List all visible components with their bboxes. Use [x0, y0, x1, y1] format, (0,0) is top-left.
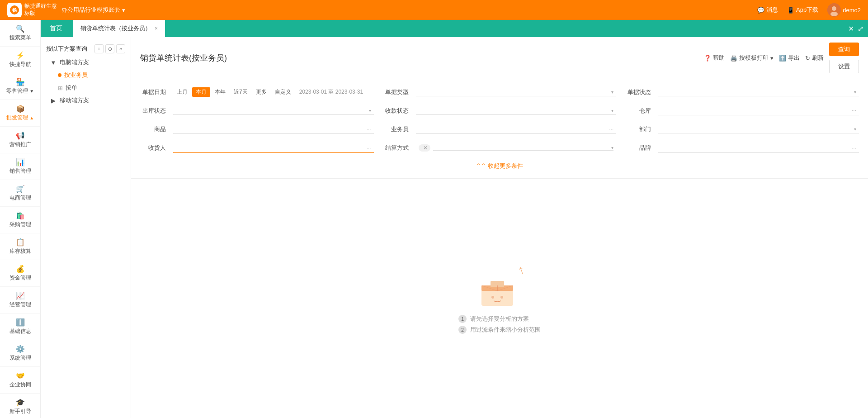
- app-selector[interactable]: 办公用品行业模拟账套 ▾: [61, 6, 125, 14]
- purchase-icon: 🛍️: [2, 211, 38, 220]
- tab-expand-btn[interactable]: ⤢: [858, 24, 863, 33]
- dots-icon: ···: [367, 126, 371, 132]
- date-tab-last-month[interactable]: 上月: [173, 87, 191, 97]
- salesperson-input[interactable]: ···: [416, 124, 617, 134]
- settlement-select[interactable]: ▾: [433, 145, 614, 151]
- app-container: 畅 畅捷通好生意 标版 办公用品行业模拟账套 ▾ 💬 消息 📱 App下载: [0, 0, 868, 418]
- help-btn[interactable]: ❓ 帮助: [704, 54, 725, 62]
- date-tab-7days[interactable]: 近7天: [230, 87, 251, 97]
- tree-mobile-schemes[interactable]: ▶ 移动端方案: [41, 94, 131, 107]
- filter-cell-doc-type: 单据类型 ▾: [383, 85, 617, 100]
- date-tab-this-year[interactable]: 本年: [211, 87, 229, 97]
- grid-icon: ⊞: [58, 85, 63, 91]
- tab-home[interactable]: 首页: [41, 20, 71, 37]
- tree-desktop-schemes[interactable]: ▼ 电脑端方案: [41, 56, 131, 69]
- dots-icon: ···: [609, 126, 613, 132]
- chevron-down-icon: ▼: [29, 89, 34, 94]
- sidebar-item-search[interactable]: 🔍 搜索菜单: [0, 20, 40, 47]
- sidebar-item-corp-collab[interactable]: 🤝 企业协同: [0, 367, 40, 394]
- refresh-label: 刷新: [812, 54, 824, 62]
- goods-input[interactable]: ···: [173, 124, 374, 134]
- logo-icon: 畅: [7, 3, 22, 17]
- settings-button[interactable]: 设置: [829, 60, 859, 73]
- sidebar-item-purchase[interactable]: 🛍️ 采购管理: [0, 207, 40, 233]
- doc-status-select[interactable]: ▾: [658, 88, 859, 96]
- page-title-bar: 销货单统计表(按业务员) ❓ 帮助 🖨️ 按模板打印 ▾: [131, 37, 868, 79]
- refresh-btn[interactable]: ↻ 刷新: [805, 54, 824, 62]
- sidebar-item-basic-info[interactable]: ℹ️ 基础信息: [0, 314, 40, 340]
- tab-home-label: 首页: [50, 24, 62, 33]
- app-download-label: App下载: [796, 6, 818, 14]
- settlement-label: 结算方式: [383, 144, 412, 152]
- chevron-down-icon: ▾: [369, 108, 371, 113]
- sidebar-item-retail[interactable]: 🏪 零售管理 ▼: [0, 73, 40, 100]
- date-tabs-row: 上月 本月 本年 近7天 更多 自定义 2023-03-01 至 2023-03…: [173, 87, 374, 97]
- filter-area: 单据日期 上月 本月 本年 近7天 更多 自定义: [131, 79, 868, 179]
- filter-cell-brand: 品牌 ···: [625, 140, 859, 156]
- panel-add-btn[interactable]: +: [94, 44, 104, 53]
- sidebar-item-ecommerce[interactable]: 🛒 电商管理: [0, 180, 40, 207]
- inventory-icon: 📋: [2, 238, 38, 247]
- logo-line1: 畅捷通好生意: [24, 3, 57, 10]
- date-tab-this-month[interactable]: 本月: [192, 87, 210, 97]
- tab-close-window-btn[interactable]: ✕: [848, 24, 854, 33]
- consignee-input[interactable]: ···: [173, 143, 374, 153]
- doc-type-label: 单据类型: [383, 88, 412, 96]
- date-tab-custom[interactable]: 自定义: [271, 87, 295, 97]
- doc-type-select[interactable]: ▾: [416, 88, 617, 96]
- sidebar-item-quick-nav[interactable]: ⚡ 快捷导航: [0, 47, 40, 73]
- settlement-badge-close[interactable]: ✕: [423, 145, 428, 151]
- sidebar-item-wholesale[interactable]: 📦 批发管理 ▲: [0, 100, 40, 127]
- panel-collapse-btn[interactable]: «: [116, 44, 125, 53]
- sidebar-item-newcomer[interactable]: 🎓 新手引导: [0, 394, 40, 418]
- message-btn[interactable]: 💬 消息: [757, 6, 778, 14]
- svg-text:畅: 畅: [12, 8, 17, 13]
- filter-cell-collection: 收款状态 ▾: [383, 103, 617, 118]
- date-tab-more[interactable]: 更多: [252, 87, 270, 97]
- panel-copy-btn[interactable]: ⊙: [105, 44, 114, 53]
- basic-info-icon: ℹ️: [2, 318, 38, 327]
- collection-status-label: 收款状态: [383, 107, 412, 115]
- department-select[interactable]: ▾: [658, 125, 859, 133]
- sidebar-item-finance[interactable]: 💰 资金管理: [0, 260, 40, 287]
- filter-row-3: 商品 ··· 业务员 ···: [140, 122, 859, 137]
- by-salesperson-label: 按业务员: [64, 71, 88, 79]
- template-print-btn[interactable]: 🖨️ 按模板打印 ▾: [730, 54, 774, 62]
- title-actions: ❓ 帮助 🖨️ 按模板打印 ▾ ⬆️ 导出: [704, 43, 859, 73]
- search-icon: 🔍: [2, 24, 38, 33]
- out-status-select[interactable]: ▾: [173, 107, 374, 115]
- copy-icon: ⊙: [108, 46, 112, 52]
- query-button[interactable]: 查询: [829, 43, 859, 56]
- chevron-down-icon: ▾: [611, 145, 613, 150]
- empty-step-2-text: 用过滤条件来缩小分析范围: [470, 326, 541, 334]
- filter-row-4: 收货人 ··· 结算方式: [140, 140, 859, 156]
- sidebar-item-system[interactable]: ⚙️ 系统管理: [0, 340, 40, 367]
- print-icon: 🖨️: [730, 55, 737, 62]
- right-content: 销货单统计表(按业务员) ❓ 帮助 🖨️ 按模板打印 ▾: [131, 37, 868, 418]
- sidebar-item-sales[interactable]: 📊 销售管理: [0, 153, 40, 180]
- tab-close-btn[interactable]: ×: [155, 25, 158, 32]
- retail-icon: 🏪: [2, 78, 38, 86]
- tree-item-by-salesperson[interactable]: 按业务员: [54, 69, 131, 81]
- quick-nav-icon: ⚡: [2, 51, 38, 60]
- svg-point-12: [500, 296, 503, 299]
- sidebar-item-operations[interactable]: 📈 经营管理: [0, 287, 40, 314]
- header-right: 💬 消息 📱 App下载 demo2: [757, 3, 861, 17]
- department-label: 部门: [625, 125, 655, 133]
- brand-input[interactable]: ···: [658, 143, 859, 153]
- collection-status-select[interactable]: ▾: [416, 107, 617, 115]
- sidebar-item-marketing[interactable]: 📢 营销推广: [0, 127, 40, 153]
- export-btn[interactable]: ⬆️ 导出: [779, 54, 800, 62]
- sidebar-corp-collab-label: 企业协同: [9, 381, 31, 388]
- tab-report[interactable]: 销货单统计表（按业务员） ×: [73, 20, 165, 37]
- app-download-btn[interactable]: 📱 App下载: [787, 6, 818, 14]
- tree-item-by-order[interactable]: ⊞ 按单: [54, 81, 131, 94]
- sidebar-item-inventory[interactable]: 📋 库存核算: [0, 233, 40, 260]
- step-2-badge: 2: [458, 326, 467, 334]
- warehouse-input[interactable]: ···: [658, 106, 859, 115]
- chevron-down-icon: ▾: [854, 90, 856, 95]
- warehouse-label: 仓库: [625, 107, 655, 115]
- help-icon: ❓: [704, 55, 711, 62]
- collapse-btn[interactable]: ⌃⌃ 收起更多条件: [140, 159, 859, 173]
- user-menu[interactable]: demo2: [827, 3, 861, 17]
